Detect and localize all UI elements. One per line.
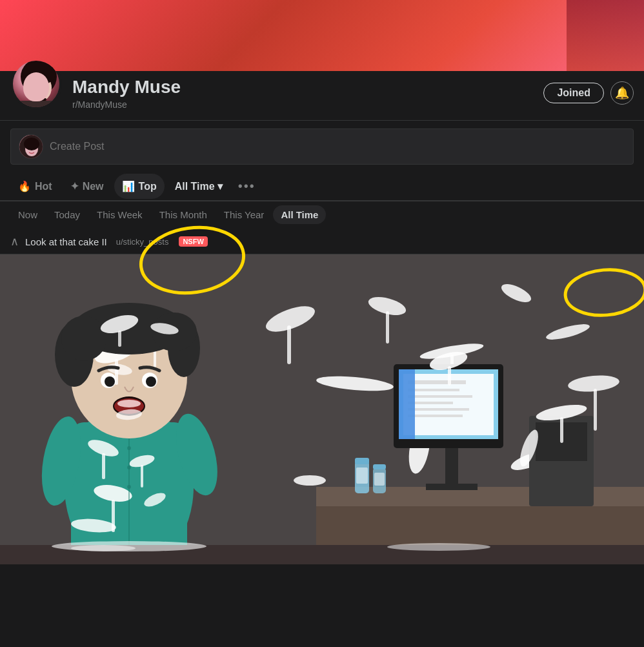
new-sort-button[interactable]: ✦ New (63, 174, 112, 199)
bell-button[interactable]: 🔔 (610, 81, 634, 105)
svg-point-94 (117, 400, 141, 407)
user-avatar-small (19, 134, 43, 159)
community-info: Mandy Muse r/MandyMuse (72, 71, 533, 110)
community-subreddit: r/MandyMuse (72, 99, 533, 110)
create-post-input[interactable] (50, 141, 625, 152)
more-icon: ••• (238, 179, 256, 193)
svg-point-12 (33, 147, 35, 150)
poster-username: u/sticky_posts (116, 237, 169, 247)
more-options-button[interactable]: ••• (233, 172, 261, 200)
header-actions: Joined 🔔 (543, 76, 634, 105)
svg-rect-64 (102, 453, 105, 479)
svg-point-23 (294, 475, 326, 486)
new-icon: ✦ (70, 180, 79, 192)
svg-point-69 (127, 466, 131, 469)
svg-rect-25 (287, 325, 291, 364)
community-header: Mandy Muse r/MandyMuse Joined 🔔 (0, 71, 644, 121)
svg-rect-42 (408, 415, 463, 417)
collapse-icon[interactable]: ∧ (10, 234, 19, 249)
svg-rect-29 (594, 389, 597, 431)
svg-point-68 (127, 446, 131, 450)
post-title: Look at that cake II (25, 236, 107, 247)
svg-rect-54 (373, 464, 386, 469)
svg-rect-56 (374, 473, 385, 486)
top-sort-button[interactable]: 📊 Top (114, 174, 165, 199)
svg-point-11 (28, 147, 30, 150)
chevron-down-icon: ▾ (217, 180, 223, 192)
hot-icon: 🔥 (18, 180, 31, 192)
svg-rect-65 (141, 465, 143, 488)
new-label: New (83, 181, 104, 192)
svg-rect-66 (112, 500, 115, 532)
svg-rect-41 (408, 408, 469, 411)
svg-rect-37 (408, 380, 466, 384)
svg-point-90 (146, 376, 156, 387)
svg-point-82 (61, 316, 106, 361)
this-month-filter-button[interactable]: This Month (152, 205, 215, 224)
top-icon: 📊 (122, 180, 135, 192)
all-time-button[interactable]: All Time ▾ (167, 174, 230, 199)
avatar-svg (13, 61, 62, 110)
svg-rect-26 (386, 311, 389, 344)
community-avatar (10, 58, 62, 110)
svg-point-70 (127, 485, 131, 489)
svg-rect-45 (448, 366, 451, 385)
community-avatar-image (13, 61, 59, 107)
hot-label: Hot (35, 181, 52, 192)
svg-point-3 (32, 83, 36, 88)
hot-sort-button[interactable]: 🔥 Hot (10, 174, 60, 199)
all-time-filter-button[interactable]: All Time (273, 205, 326, 224)
scene-svg (0, 254, 644, 564)
post-content-image (0, 254, 644, 564)
svg-rect-43 (399, 369, 415, 439)
svg-rect-86 (118, 331, 121, 347)
svg-rect-53 (355, 458, 369, 464)
svg-rect-33 (426, 484, 478, 490)
this-year-filter-button[interactable]: This Year (216, 205, 272, 224)
user-avatar-image (19, 135, 43, 158)
sort-bar: 🔥 Hot ✦ New 📊 Top All Time ▾ ••• Now Tod… (0, 172, 644, 201)
svg-point-4 (41, 83, 45, 88)
post-preview-bar: ∧ Look at that cake II u/sticky_posts NS… (0, 229, 644, 254)
svg-point-99 (387, 543, 490, 551)
svg-rect-55 (356, 467, 368, 484)
community-banner (0, 0, 644, 71)
community-avatar-wrapper (10, 58, 62, 110)
svg-rect-6 (19, 101, 58, 110)
svg-point-10 (24, 138, 39, 150)
svg-point-2 (22, 62, 55, 85)
joined-button[interactable]: Joined (543, 83, 604, 103)
svg-point-89 (105, 376, 115, 387)
create-post-bar (10, 128, 634, 165)
all-time-label: All Time (175, 181, 215, 192)
svg-point-98 (71, 545, 136, 551)
svg-rect-38 (408, 389, 459, 391)
top-label: Top (139, 181, 157, 192)
svg-rect-7 (31, 98, 46, 101)
svg-rect-49 (560, 417, 563, 443)
nsfw-badge: NSFW (179, 236, 207, 247)
community-name: Mandy Muse (72, 76, 533, 98)
bell-icon: 🔔 (615, 86, 629, 100)
now-filter-button[interactable]: Now (10, 205, 45, 224)
svg-point-5 (37, 90, 40, 92)
time-filter-dropdown: Now Today This Week This Month This Year… (0, 201, 644, 228)
this-week-filter-button[interactable]: This Week (89, 205, 150, 224)
small-avatar-svg (19, 135, 43, 159)
svg-rect-39 (408, 395, 472, 398)
today-filter-button[interactable]: Today (46, 205, 88, 224)
